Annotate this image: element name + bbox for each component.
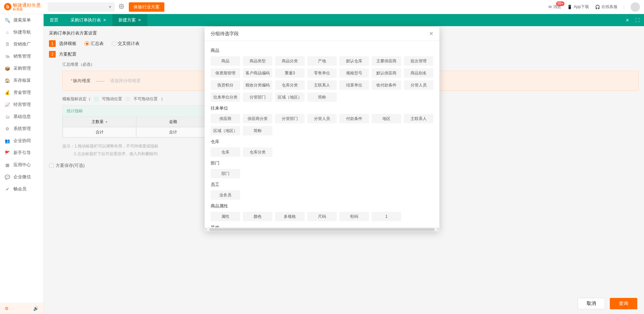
tab-close-icon[interactable]: ✕ — [138, 18, 141, 22]
field-tag[interactable]: 往来单位分类 — [211, 92, 240, 102]
sidebar-item-team[interactable]: 👥企业协同 — [0, 135, 43, 147]
col-amount[interactable]: 金额 — [136, 117, 210, 127]
sidebar-item-bag[interactable]: 📦采购管理 — [0, 62, 43, 74]
field-tag[interactable]: 收付款条件 — [372, 80, 401, 90]
modal-close-icon[interactable]: ✕ — [429, 30, 433, 37]
sidebar-item-grid[interactable]: ▦应用中心 — [0, 159, 43, 171]
field-tag[interactable]: 零售单位 — [307, 68, 337, 78]
field-tag[interactable]: 分管人员 — [307, 114, 337, 123]
tab-首页[interactable]: 首页 — [44, 14, 64, 26]
field-tag[interactable]: 商品分类 — [275, 56, 305, 66]
modal-horizontal-scrollbar[interactable] — [205, 227, 439, 231]
sidebar-item-vip[interactable]: ✔畅会员 — [0, 183, 43, 195]
messages-link[interactable]: ✉ 消息 99+ — [548, 4, 561, 10]
sidebar-item-chart[interactable]: 📈经营管理 — [0, 99, 43, 111]
sidebar-item-doc[interactable]: 🗂基础信息 — [0, 111, 43, 123]
field-tag[interactable]: 商品别名 — [404, 68, 433, 78]
sidebar-item-chat[interactable]: 💬企业微信 — [0, 171, 43, 183]
header-right: ✉ 消息 99+ 📱 App下载 🎧 在线客服 | — [548, 2, 640, 12]
sidebar-item-coin[interactable]: 💰资金管理 — [0, 86, 43, 99]
scrollbar-thumb[interactable] — [209, 228, 435, 231]
field-tag[interactable]: 批次管理 — [404, 56, 433, 66]
field-tag[interactable]: 主要供应商 — [372, 56, 401, 66]
sidebar-item-cart[interactable]: 🛍销售管理 — [0, 50, 43, 62]
dimension-placeholder[interactable]: 请选择分组维度 — [110, 78, 141, 84]
tab-close-all-icon[interactable]: ✕ — [624, 17, 631, 23]
field-tag[interactable]: 客户商品编码 — [243, 68, 272, 78]
field-tag[interactable]: 简称 — [307, 92, 337, 102]
org-selector[interactable]: ▾ — [48, 2, 115, 12]
modal-body[interactable]: 商品商品商品类型商品分类产地默认仓库主要供应商批次管理保质期管理客户商品编码重量… — [205, 41, 439, 227]
field-tag[interactable]: 仓库分类 — [243, 147, 272, 157]
avatar[interactable] — [631, 2, 640, 12]
settings-icon[interactable] — [119, 4, 124, 10]
field-tag[interactable]: 供应商 — [211, 114, 240, 123]
field-tag[interactable]: 部门 — [211, 169, 240, 178]
sidebar: 🔍搜索菜单⌂快捷导航🗓营销推广🛍销售管理📦采购管理🏠库存核算💰资金管理📈经营管理… — [0, 14, 44, 314]
sidebar-settings-icon[interactable]: ⚙ — [5, 306, 9, 311]
search-icon: 🔍 — [5, 17, 10, 23]
modal-title: 分组待选字段 — [211, 31, 239, 37]
field-tag[interactable]: 主联系人 — [404, 114, 433, 123]
save-checkbox[interactable] — [49, 163, 54, 168]
field-tag[interactable]: 主联系人 — [307, 80, 337, 90]
col-main-qty[interactable]: 主数量 ▾ — [63, 117, 136, 127]
field-tag[interactable]: 业务员 — [211, 190, 240, 200]
field-tag[interactable]: 仓库 — [211, 147, 240, 157]
field-tag[interactable]: 简称 — [243, 126, 272, 135]
field-tag[interactable]: 区域（地区） — [275, 92, 305, 102]
tab-新建方案[interactable]: 新建方案✕ — [112, 14, 147, 26]
field-tag[interactable]: 默认供应商 — [372, 68, 401, 78]
field-tag[interactable]: 拣货积分 — [211, 80, 240, 90]
header-bar: b 畅捷通好生意 标准版 ▾ 体验行业方案 ✉ 消息 99+ 📱 App下载 — [0, 0, 644, 14]
tab-fullscreen-icon[interactable]: ⛶ — [634, 17, 641, 23]
tag-row: 商品商品类型商品分类产地默认仓库主要供应商批次管理保质期管理客户商品编码重量3零… — [211, 56, 433, 102]
field-tag[interactable]: 分管部门 — [275, 114, 305, 123]
sidebar-item-box[interactable]: 🏠库存核算 — [0, 74, 43, 86]
sidebar-sound-icon[interactable]: 🔊 — [33, 306, 39, 311]
field-tag[interactable]: 结算单位 — [339, 80, 369, 90]
sidebar-item-label: 快捷导航 — [13, 29, 31, 35]
tab-采购订单执行表[interactable]: 采购订单执行表✕ — [64, 14, 112, 26]
field-tag[interactable]: 区域（地区） — [211, 126, 240, 135]
chart-icon: 📈 — [5, 102, 10, 107]
vip-icon: ✔ — [5, 186, 10, 192]
field-tag[interactable]: 重量3 — [275, 68, 305, 78]
field-tag[interactable]: 尺码 — [307, 212, 337, 221]
field-tag[interactable]: 付款条件 — [339, 114, 369, 123]
field-tag[interactable]: 鞋码 — [339, 212, 369, 221]
field-tag[interactable]: 地区 — [372, 114, 401, 123]
sidebar-item-gift[interactable]: 🗓营销推广 — [0, 38, 43, 50]
field-tag[interactable]: 分管人员 — [404, 80, 433, 90]
footer: 取消 查询 — [571, 293, 644, 314]
field-tag[interactable]: 商品 — [211, 56, 240, 66]
field-tag[interactable]: 仓库分类 — [275, 80, 305, 90]
field-tag[interactable]: 规格型号 — [339, 68, 369, 78]
sidebar-item-search[interactable]: 🔍搜索菜单 — [0, 14, 43, 26]
field-tag[interactable]: 商品类型 — [243, 56, 272, 66]
cancel-button[interactable]: 取消 — [578, 298, 605, 309]
phone-icon: 📱 — [567, 5, 572, 9]
field-tag[interactable]: 分管部门 — [243, 92, 272, 102]
tab-close-icon[interactable]: ✕ — [103, 18, 106, 22]
radio-cross[interactable]: 交叉统计表 — [112, 41, 140, 47]
radio-summary[interactable]: 汇总表 — [85, 41, 104, 47]
sidebar-item-flag[interactable]: 🚩新手引导 — [0, 147, 43, 159]
field-tag[interactable]: 多规格 — [275, 212, 305, 221]
field-tag[interactable]: 产地 — [307, 56, 337, 66]
field-tag[interactable]: 税收分类编码 — [243, 80, 272, 90]
chevron-down-icon: ▾ — [109, 4, 111, 9]
query-button[interactable]: 查询 — [610, 298, 637, 309]
field-tag[interactable]: 颜色 — [243, 212, 272, 221]
radio-cross-label: 交叉统计表 — [118, 41, 140, 47]
try-industry-button[interactable]: 体验行业方案 — [129, 2, 164, 12]
field-tag[interactable]: 属性 — [211, 212, 240, 221]
online-service-link[interactable]: 🎧 在线客服 — [595, 4, 618, 10]
field-tag[interactable]: 保质期管理 — [211, 68, 240, 78]
field-tag[interactable]: 供应商分类 — [243, 114, 272, 123]
sidebar-item-home[interactable]: ⌂快捷导航 — [0, 26, 43, 38]
app-download-link[interactable]: 📱 App下载 — [567, 4, 589, 10]
field-tag[interactable]: 1 — [372, 212, 401, 221]
sidebar-item-gear[interactable]: ⚙系统管理 — [0, 123, 43, 135]
field-tag[interactable]: 默认仓库 — [339, 56, 369, 66]
